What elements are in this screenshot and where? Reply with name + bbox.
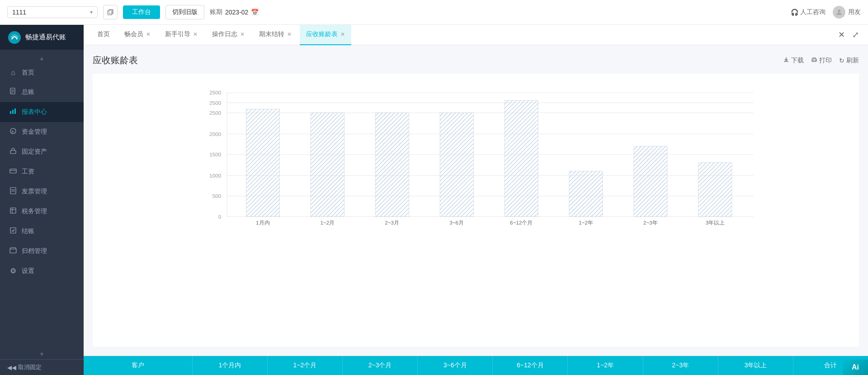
sidebar-label-reports: 报表中心 [22,108,47,116]
tab-guide-label: 新手引导 [165,30,190,38]
tabs-expand-button[interactable]: ⤢ [850,28,861,42]
tab-oplog-label: 操作日志 [212,30,237,38]
period-section: 账期 2023-02 📅 [210,8,259,16]
tab-aging[interactable]: 应收账龄表 ✕ [300,25,351,45]
svg-rect-14 [10,169,16,173]
settings-icon: ⚙ [9,267,17,275]
tab-oplog[interactable]: 操作日志 ✕ [206,25,251,45]
checkout-icon [9,227,17,236]
invoice-icon [9,187,17,196]
tabs-actions: ✕ ⤢ [836,28,861,42]
header-right: 🎧 人工咨询 用友 [791,6,861,19]
print-button[interactable]: 打印 [811,56,832,65]
pin-icon: ◀◀ [7,364,16,371]
sidebar-label-checkout: 结账 [22,227,34,235]
support-button[interactable]: 🎧 人工咨询 [791,8,826,16]
svg-rect-57 [698,163,732,217]
th-6-12month: 6~12个月 [493,356,568,375]
download-icon [783,56,789,64]
svg-text:2~3年: 2~3年 [643,220,658,225]
svg-point-2 [838,9,840,12]
svg-text:¥: ¥ [11,130,14,134]
workbench-button[interactable]: 工作台 [123,5,160,19]
svg-text:0: 0 [218,214,222,220]
funds-icon: ¥ [9,127,17,136]
tab-member-close[interactable]: ✕ [146,31,151,38]
sidebar-item-settings[interactable]: ⚙ 设置 [0,261,84,281]
tabs-close-button[interactable]: ✕ [836,28,847,42]
sidebar-item-tax[interactable]: 税务管理 [0,202,84,221]
tab-period-end[interactable]: 期末结转 ✕ [253,25,298,45]
sidebar-nav: ▲ ⌂ 首页 总账 报表中心 ¥ 资金管理 [0,50,84,349]
period-value: 2023-02 [225,9,248,16]
tab-aging-close[interactable]: ✕ [340,31,345,38]
sidebar-item-salary[interactable]: 工资 [0,162,84,182]
sidebar-item-assets[interactable]: 固定资产 [0,142,84,162]
sidebar-label-tax: 税务管理 [22,207,47,216]
assets-icon [9,147,17,156]
th-1-2month: 1~2个月 [268,356,343,375]
sidebar-item-home[interactable]: ⌂ 首页 [0,63,84,82]
copy-button[interactable] [103,5,118,19]
sidebar-item-checkout[interactable]: 结账 [0,221,84,241]
chevron-down-icon: ▾ [90,9,93,15]
sidebar-label-archive: 归档管理 [22,247,47,255]
refresh-button[interactable]: ↻ 刷新 [839,56,859,65]
avatar [833,6,845,19]
tab-period-end-label: 期末结转 [259,30,284,38]
svg-text:1月内: 1月内 [256,220,269,225]
th-3year-above: 3年以上 [718,356,793,375]
page-header: 应收账龄表 下载 打印 ↻ [93,54,859,66]
svg-rect-16 [10,188,16,194]
th-customer: 客户 [84,356,193,375]
ledger-icon [9,88,17,97]
svg-text:1500: 1500 [209,151,221,157]
company-name: 1111 [12,9,86,16]
sidebar-item-funds[interactable]: ¥ 资金管理 [0,122,84,142]
svg-text:2000: 2000 [209,131,221,137]
svg-text:1~2年: 1~2年 [579,220,593,225]
calendar-icon[interactable]: 📅 [251,9,259,16]
sidebar-item-invoice[interactable]: 发票管理 [0,182,84,202]
refresh-label: 刷新 [846,56,859,65]
switch-version-button[interactable]: 切到旧版 [165,5,204,19]
user-section[interactable]: 用友 [833,6,861,19]
cancel-fixed-label: 取消固定 [18,363,42,371]
svg-rect-55 [634,146,667,217]
svg-text:1~2月: 1~2月 [320,220,335,225]
sidebar-item-reports[interactable]: 报表中心 [0,102,84,122]
svg-text:6~12个月: 6~12个月 [510,220,533,225]
company-selector[interactable]: 1111 ▾ [7,6,98,18]
svg-text:1000: 1000 [209,173,221,178]
sidebar-item-ledger[interactable]: 总账 [0,82,84,102]
svg-rect-13 [10,150,16,154]
tab-member[interactable]: 畅会员 ✕ [118,25,157,45]
support-label: 人工咨询 [800,8,826,16]
svg-rect-8 [10,111,11,114]
sidebar-item-archive[interactable]: 归档管理 [0,241,84,261]
tab-oplog-close[interactable]: ✕ [240,31,245,38]
svg-rect-47 [375,113,409,217]
svg-rect-22 [10,228,16,233]
tab-home[interactable]: 首页 [91,25,116,45]
tab-guide[interactable]: 新手引导 ✕ [159,25,204,45]
tab-period-end-close[interactable]: ✕ [287,31,292,38]
th-3-6month: 3~6个月 [418,356,493,375]
content-area: 首页 畅会员 ✕ 新手引导 ✕ 操作日志 ✕ 期末结转 ✕ 应收账龄表 ✕ [84,25,868,375]
download-button[interactable]: 下载 [783,56,804,65]
cancel-fixed-button[interactable]: ◀◀ 取消固定 [0,359,84,375]
ai-badge[interactable]: Ai [843,360,868,375]
tab-member-label: 畅会员 [124,30,143,38]
svg-point-3 [8,31,21,44]
svg-text:2~3月: 2~3月 [385,220,399,225]
tab-aging-label: 应收账龄表 [306,30,338,38]
sidebar-label-home: 首页 [22,69,34,77]
sidebar: 畅捷通易代账 ▲ ⌂ 首页 总账 报表中心 ¥ [0,25,84,375]
download-label: 下载 [791,56,804,65]
svg-rect-49 [440,113,473,217]
user-name: 用友 [848,8,861,16]
th-2-3month: 2~3个月 [343,356,418,375]
tab-guide-close[interactable]: ✕ [193,31,198,38]
main-layout: 畅捷通易代账 ▲ ⌂ 首页 总账 报表中心 ¥ [0,25,868,375]
svg-text:2500: 2500 [209,100,221,106]
